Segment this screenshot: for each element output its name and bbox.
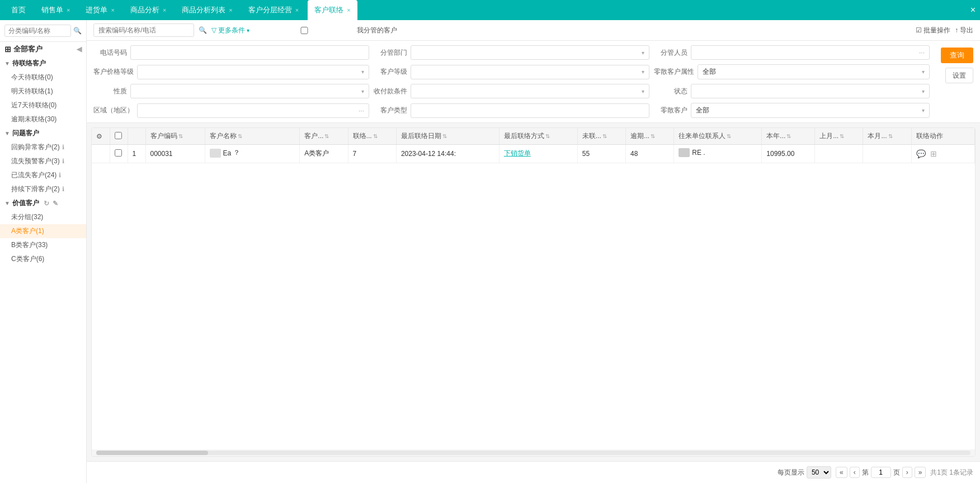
filter-phone: 电话号码 bbox=[93, 45, 369, 60]
close-all-tabs[interactable]: × bbox=[970, 5, 976, 15]
sidebar-item-declining[interactable]: 持续下滑客户(2) ℹ bbox=[0, 182, 86, 196]
my-customers-checkbox-label[interactable]: 我分管的客户 bbox=[254, 26, 397, 35]
td-action: 💬 ⊞ bbox=[911, 145, 974, 163]
info-icon-repurchase[interactable]: ℹ bbox=[62, 144, 64, 151]
nav-tab-customer-contact[interactable]: 客户联络 × bbox=[308, 0, 357, 20]
th-last-contact-date[interactable]: 最后联络日期⇅ bbox=[396, 128, 499, 145]
prev-page-btn[interactable]: ‹ bbox=[850, 467, 860, 478]
sidebar-all-customers[interactable]: ⊞ 全部客户 ◀ bbox=[0, 42, 86, 56]
customer-type-input[interactable] bbox=[411, 103, 649, 118]
page-number-input[interactable] bbox=[871, 467, 891, 478]
table-settings-icon[interactable]: ⚙ bbox=[96, 132, 102, 140]
dept-select[interactable]: ▾ bbox=[411, 45, 649, 60]
sidebar-search-input[interactable] bbox=[4, 25, 71, 37]
filter-row-1: 电话号码 分管部门 ▾ 分管人员 ··· bbox=[93, 45, 930, 60]
info-icon-declining[interactable]: ℹ bbox=[62, 186, 64, 193]
sidebar-item-class-a[interactable]: A类客户(1) bbox=[0, 224, 86, 238]
pagination: 每页显示 50 « ‹ 第 页 › » 共1页 1条记录 bbox=[87, 461, 980, 483]
sidebar-item-7days[interactable]: 近7天待联络(0) bbox=[0, 98, 86, 112]
price-level-select[interactable]: ▾ bbox=[137, 65, 369, 79]
td-index: 1 bbox=[128, 145, 145, 163]
first-page-btn[interactable]: « bbox=[836, 467, 847, 478]
close-tab-purchase[interactable]: × bbox=[111, 7, 114, 13]
th-current-month[interactable]: 本月...⇅ bbox=[863, 128, 911, 145]
th-current-year[interactable]: 本年...⇅ bbox=[762, 128, 815, 145]
select-all-checkbox[interactable] bbox=[115, 132, 122, 139]
next-page-btn[interactable]: › bbox=[902, 467, 912, 478]
th-unit-contact[interactable]: 往来单位联系人⇅ bbox=[674, 128, 762, 145]
export-btn[interactable]: ↑ 导出 bbox=[955, 26, 973, 35]
th-settings[interactable]: ⚙ bbox=[92, 128, 110, 145]
payment-select[interactable]: ▾ bbox=[411, 84, 649, 98]
sidebar-item-churned[interactable]: 已流失客户(24) ℹ bbox=[0, 168, 86, 182]
th-not-contacted[interactable]: 未联...⇅ bbox=[577, 128, 625, 145]
sidebar-item-overdue[interactable]: 逾期未联络(30) bbox=[0, 112, 86, 126]
table-row: 1 000031 Ea ？ A类客户 7 2023-04-12 14:44: bbox=[92, 145, 975, 163]
nav-tab-customer-segment[interactable]: 客户分层经营 × bbox=[242, 0, 305, 20]
person-input[interactable]: ··· bbox=[691, 45, 930, 60]
collapse-icon[interactable]: ◀ bbox=[77, 45, 82, 53]
sidebar-value-header[interactable]: ▼ 价值客户 ↻ ✎ bbox=[0, 196, 86, 210]
sidebar-item-class-b[interactable]: B类客户(33) bbox=[0, 238, 86, 252]
close-tab-sales[interactable]: × bbox=[67, 7, 70, 13]
nav-home[interactable]: 首页 bbox=[4, 0, 32, 20]
chat-icon[interactable]: 💬 bbox=[916, 149, 926, 158]
sidebar-item-tomorrow[interactable]: 明天待联络(1) bbox=[0, 84, 86, 98]
status-select[interactable]: ▾ bbox=[691, 84, 930, 98]
sidebar-search-icon[interactable]: 🔍 bbox=[73, 27, 82, 35]
retail-attr-select[interactable]: 全部▾ bbox=[698, 64, 930, 79]
th-contact[interactable]: 联络...⇅ bbox=[348, 128, 396, 145]
close-tab-segment[interactable]: × bbox=[295, 7, 299, 13]
th-last-contact-method[interactable]: 最后联络方式⇅ bbox=[499, 128, 577, 145]
last-page-btn[interactable]: » bbox=[915, 467, 926, 478]
sidebar-item-repurchase[interactable]: 回购异常客户(2) ℹ bbox=[0, 140, 86, 154]
settings-button[interactable]: 设置 bbox=[945, 68, 973, 83]
region-input[interactable]: ··· bbox=[137, 103, 369, 118]
contact-method-link[interactable]: 下销货单 bbox=[504, 149, 531, 157]
grid-icon[interactable]: ⊞ bbox=[930, 149, 937, 158]
nav-tab-analysis[interactable]: 商品分析 × bbox=[124, 0, 173, 20]
nav-tab-analysis-list[interactable]: 商品分析列表 × bbox=[175, 0, 239, 20]
filter-search-icon[interactable]: 🔍 bbox=[199, 26, 207, 34]
customer-level-select[interactable]: ▾ bbox=[411, 65, 649, 79]
my-customers-checkbox[interactable] bbox=[254, 27, 355, 34]
scroll-bar-area bbox=[92, 449, 975, 456]
refresh-icon[interactable]: ↻ bbox=[44, 200, 49, 207]
th-customer-type[interactable]: 客户...⇅ bbox=[300, 128, 348, 145]
nature-select[interactable]: ▾ bbox=[130, 84, 369, 98]
sidebar-item-churn-warning[interactable]: 流失预警客户(3) ℹ bbox=[0, 154, 86, 168]
th-last-month[interactable]: 上月...⇅ bbox=[815, 128, 863, 145]
info-icon-churn-warning[interactable]: ℹ bbox=[62, 158, 64, 165]
nav-tab-sales[interactable]: 销售单 × bbox=[35, 0, 77, 20]
close-tab-analysis-list[interactable]: × bbox=[229, 7, 232, 13]
per-page-select[interactable]: 50 bbox=[807, 466, 831, 479]
sidebar-pending-contact-header[interactable]: ▼ 待联络客户 bbox=[0, 56, 86, 70]
info-icon-churned[interactable]: ℹ bbox=[59, 172, 61, 179]
phone-input[interactable] bbox=[130, 45, 369, 60]
sidebar-problem-header[interactable]: ▼ 问题客户 bbox=[0, 126, 86, 140]
sidebar-item-ungrouped[interactable]: 未分组(32) bbox=[0, 210, 86, 224]
nav-tab-purchase[interactable]: 进货单 × bbox=[79, 0, 121, 20]
grid-icon: ⊞ bbox=[4, 45, 11, 54]
th-customer-code[interactable]: 客户编码⇅ bbox=[145, 128, 205, 145]
export-icon: ↑ bbox=[955, 26, 958, 34]
td-settings bbox=[92, 145, 110, 163]
th-customer-name[interactable]: 客户名称⇅ bbox=[205, 128, 300, 145]
close-tab-contact[interactable]: × bbox=[347, 7, 350, 13]
row-checkbox[interactable] bbox=[115, 149, 122, 157]
close-tab-analysis[interactable]: × bbox=[163, 7, 166, 13]
sidebar-item-today[interactable]: 今天待联络(0) bbox=[0, 70, 86, 84]
filter-row-3: 性质 ▾ 收付款条件 ▾ 状态 bbox=[93, 84, 930, 98]
edit-icon[interactable]: ✎ bbox=[53, 200, 58, 207]
batch-operation-btn[interactable]: ☑ 批量操作 bbox=[916, 26, 950, 35]
td-contact: 7 bbox=[348, 145, 396, 163]
scroll-track[interactable] bbox=[96, 451, 970, 455]
th-overdue[interactable]: 逾期...⇅ bbox=[626, 128, 674, 145]
search-input[interactable] bbox=[93, 23, 194, 37]
query-button[interactable]: 查询 bbox=[941, 48, 973, 63]
sidebar-item-class-c[interactable]: C类客户(6) bbox=[0, 252, 86, 266]
retail-select[interactable]: 全部▾ bbox=[691, 103, 930, 118]
scroll-thumb[interactable] bbox=[96, 451, 208, 455]
more-conditions-btn[interactable]: ▽ 更多条件 ▾ bbox=[211, 26, 249, 35]
retail-attr-arrow: ▾ bbox=[922, 69, 925, 75]
